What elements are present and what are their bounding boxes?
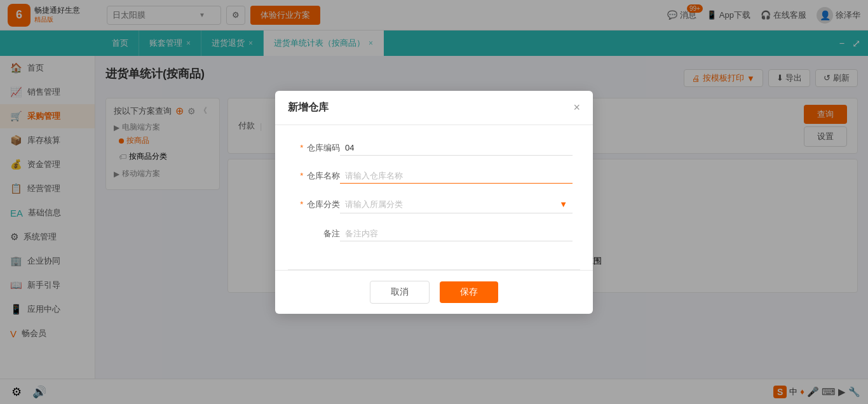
warehouse-category-select[interactable]: 请输入所属分类 ▼ <box>340 196 573 213</box>
warehouse-code-label: * 仓库编码 <box>295 142 340 154</box>
remark-row: 备注 <box>295 226 573 241</box>
modal-title: 新增仓库 <box>288 101 329 114</box>
warehouse-name-input[interactable] <box>340 168 573 184</box>
save-button[interactable]: 保存 <box>440 281 498 303</box>
modal-header: 新增仓库 × <box>275 91 593 125</box>
modal-overlay: 新增仓库 × * 仓库编码 * 仓库名称 * <box>0 0 868 404</box>
modal-close-icon[interactable]: × <box>573 101 580 114</box>
modal-footer: 取消 保存 <box>275 270 593 314</box>
warehouse-name-row: * 仓库名称 <box>295 168 573 184</box>
required-star-code: * <box>300 143 303 152</box>
remark-input[interactable] <box>340 226 573 241</box>
add-warehouse-modal: 新增仓库 × * 仓库编码 * 仓库名称 * <box>275 91 593 314</box>
category-dropdown-icon: ▼ <box>559 199 567 209</box>
warehouse-code-input[interactable] <box>340 140 573 156</box>
warehouse-code-row: * 仓库编码 <box>295 140 573 156</box>
remark-label: 备注 <box>295 228 340 239</box>
warehouse-category-label: * 仓库分类 <box>295 199 340 210</box>
cancel-button[interactable]: 取消 <box>370 281 430 304</box>
warehouse-name-label: * 仓库名称 <box>295 170 340 182</box>
required-star-name: * <box>300 171 303 180</box>
warehouse-category-row: * 仓库分类 请输入所属分类 ▼ <box>295 196 573 213</box>
required-star-category: * <box>300 199 303 209</box>
category-placeholder: 请输入所属分类 <box>345 199 557 210</box>
modal-body: * 仓库编码 * 仓库名称 * 仓库分类 请输入所属分类 <box>275 125 593 269</box>
